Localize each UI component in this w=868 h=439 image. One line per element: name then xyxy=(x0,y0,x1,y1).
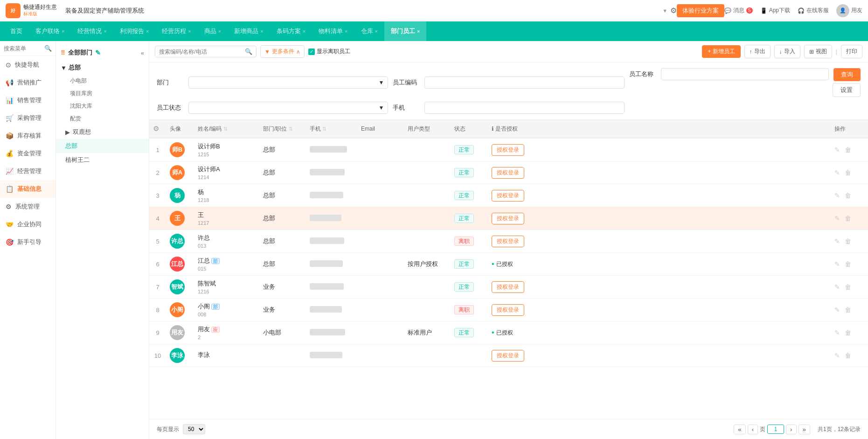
col-phone[interactable]: 手机 ⇅ xyxy=(306,120,357,138)
message-button[interactable]: 💬 消息 5 xyxy=(724,7,753,14)
tab-close-warehouse[interactable]: × xyxy=(375,28,378,34)
col-dept-position[interactable]: 部门/职位 ⇅ xyxy=(259,120,306,138)
edit-button[interactable]: ✎ xyxy=(834,352,840,359)
tree-collapse-button[interactable]: « xyxy=(141,49,144,56)
page-number-input[interactable] xyxy=(767,425,784,434)
auth-login-button[interactable]: 授权登录 xyxy=(492,350,524,362)
tree-item-plant-king[interactable]: 植树王二 xyxy=(56,153,149,167)
edit-button[interactable]: ✎ xyxy=(834,192,840,199)
auth-login-button[interactable]: 授权登录 xyxy=(492,236,524,247)
sidebar-item-inventory[interactable]: 📦库存核算 xyxy=(0,127,56,145)
delete-button[interactable]: 🗑 xyxy=(845,169,851,176)
last-page-button[interactable]: » xyxy=(799,425,810,434)
table-settings-icon[interactable]: ⚙ xyxy=(153,125,159,132)
more-conditions-button[interactable]: ▼ 更多条件 ∧ xyxy=(260,45,305,58)
tab-bom[interactable]: 物料清单 × xyxy=(312,21,354,41)
tab-customer[interactable]: 客户联络 × xyxy=(29,21,71,41)
edit-button[interactable]: ✎ xyxy=(834,146,840,153)
auth-login-button[interactable]: 授权登录 xyxy=(492,144,524,156)
sidebar-item-sales[interactable]: 📊销售管理 xyxy=(0,91,56,109)
tree-edit-icon[interactable]: ✎ xyxy=(95,49,101,56)
system-title-dropdown[interactable]: ▼ xyxy=(662,8,667,14)
tab-close-operation[interactable]: × xyxy=(104,28,106,34)
sidebar-item-guide[interactable]: 🎯新手引导 xyxy=(0,233,56,251)
set-button[interactable]: 设置 xyxy=(833,83,861,97)
edit-button[interactable]: ✎ xyxy=(834,329,840,336)
add-employee-button[interactable]: + 新增员工 xyxy=(702,45,740,58)
print-button[interactable]: 打印 xyxy=(841,45,862,58)
import-button[interactable]: ↓ 导入 xyxy=(774,45,800,58)
app-download-button[interactable]: 📱 App下载 xyxy=(760,7,790,14)
tab-barcode[interactable]: 条码方案 × xyxy=(270,21,312,41)
delete-button[interactable]: 🗑 xyxy=(845,260,851,268)
per-page-select[interactable]: 50 xyxy=(183,424,205,434)
tree-group-headquarters[interactable]: ▼ 总部 xyxy=(56,61,149,75)
tab-profit[interactable]: 利润报告 × xyxy=(113,21,155,41)
show-resigned-toggle[interactable]: ✓ 显示离职员工 xyxy=(308,48,350,56)
sidebar-item-finance[interactable]: 💰资金管理 xyxy=(0,145,56,162)
edit-button[interactable]: ✎ xyxy=(834,215,840,222)
delete-button[interactable]: 🗑 xyxy=(845,215,851,222)
tab-close-department[interactable]: × xyxy=(417,28,420,34)
tab-close-goods[interactable]: × xyxy=(218,28,221,34)
query-button[interactable]: 查询 xyxy=(833,68,861,81)
search-input[interactable] xyxy=(159,49,243,55)
tab-close-customer[interactable]: × xyxy=(62,28,64,34)
tab-warehouse[interactable]: 仓库 × xyxy=(354,21,384,41)
sidebar-item-operation-mgmt[interactable]: 📈经营管理 xyxy=(0,162,56,180)
tab-home[interactable]: 首页 xyxy=(4,21,29,41)
tree-item-double-deer[interactable]: ▶ 双鹿想 xyxy=(56,125,149,139)
tree-item-distribution[interactable]: 配货 xyxy=(56,112,149,125)
auth-login-button[interactable]: 授权登录 xyxy=(492,167,524,179)
emp-code-input[interactable] xyxy=(424,77,624,89)
delete-button[interactable]: 🗑 xyxy=(845,237,851,245)
delete-button[interactable]: 🗑 xyxy=(845,306,851,314)
view-button[interactable]: ⊞ 视图 xyxy=(804,45,832,58)
edit-button[interactable]: ✎ xyxy=(834,283,840,291)
online-service-button[interactable]: 🎧 在线客服 xyxy=(798,7,829,14)
delete-button[interactable]: 🗑 xyxy=(845,192,851,199)
tab-close-profit[interactable]: × xyxy=(146,28,149,34)
edit-button[interactable]: ✎ xyxy=(834,306,840,314)
delete-button[interactable]: 🗑 xyxy=(845,352,851,359)
tab-goods[interactable]: 商品 × xyxy=(198,21,228,41)
emp-name-input[interactable] xyxy=(661,68,829,80)
sidebar-search-input[interactable] xyxy=(4,45,42,52)
delete-button[interactable]: 🗑 xyxy=(845,329,851,336)
tree-item-headquarters[interactable]: 总部 xyxy=(56,139,149,153)
edit-button[interactable]: ✎ xyxy=(834,169,840,176)
auth-login-button[interactable]: 授权登录 xyxy=(492,281,524,293)
experience-button[interactable]: 体验行业方案 xyxy=(677,4,724,17)
first-page-button[interactable]: « xyxy=(734,425,745,434)
user-menu[interactable]: 👤 用友 xyxy=(836,4,862,17)
tab-close-history[interactable]: × xyxy=(188,28,191,34)
tab-close-barcode[interactable]: × xyxy=(303,28,306,34)
sidebar-item-system[interactable]: ⚙系统管理 xyxy=(0,198,56,216)
phone-input[interactable] xyxy=(424,102,624,114)
tree-item-small-electric[interactable]: 小电部 xyxy=(56,75,149,87)
tree-item-project-warehouse[interactable]: 项目库房 xyxy=(56,87,149,100)
sidebar-item-nav[interactable]: ⊙快捷导航 xyxy=(0,56,56,74)
export-button[interactable]: ↑ 导出 xyxy=(744,45,771,58)
auth-login-button[interactable]: 授权登录 xyxy=(492,304,524,316)
emp-status-select[interactable]: ▼ xyxy=(188,102,388,114)
delete-button[interactable]: 🗑 xyxy=(845,146,851,153)
tab-operation[interactable]: 经营情况 × xyxy=(71,21,113,41)
sidebar-item-base-info[interactable]: 📋基础信息 xyxy=(0,180,56,198)
tab-department[interactable]: 部门员工 × xyxy=(384,21,426,41)
tab-add-goods[interactable]: 新增商品 × xyxy=(228,21,270,41)
auth-login-button[interactable]: 授权登录 xyxy=(492,213,524,224)
dept-select[interactable]: ▼ xyxy=(188,77,388,89)
print-icon[interactable]: | xyxy=(836,48,837,55)
edit-button[interactable]: ✎ xyxy=(834,260,840,268)
edit-button[interactable]: ✎ xyxy=(834,237,840,245)
sidebar-item-purchase[interactable]: 🛒采购管理 xyxy=(0,109,56,127)
show-resigned-checkbox[interactable]: ✓ xyxy=(308,49,315,55)
col-name-code[interactable]: 姓名/编码 ⇅ xyxy=(194,120,259,138)
prev-page-button[interactable]: ‹ xyxy=(748,425,758,434)
sidebar-item-collab[interactable]: 🤝企业协同 xyxy=(0,216,56,233)
next-page-button[interactable]: › xyxy=(786,425,796,434)
tab-history[interactable]: 经营历程 × xyxy=(155,21,197,41)
settings-icon[interactable]: ⚙ xyxy=(670,6,677,15)
auth-login-button[interactable]: 授权登录 xyxy=(492,190,524,202)
